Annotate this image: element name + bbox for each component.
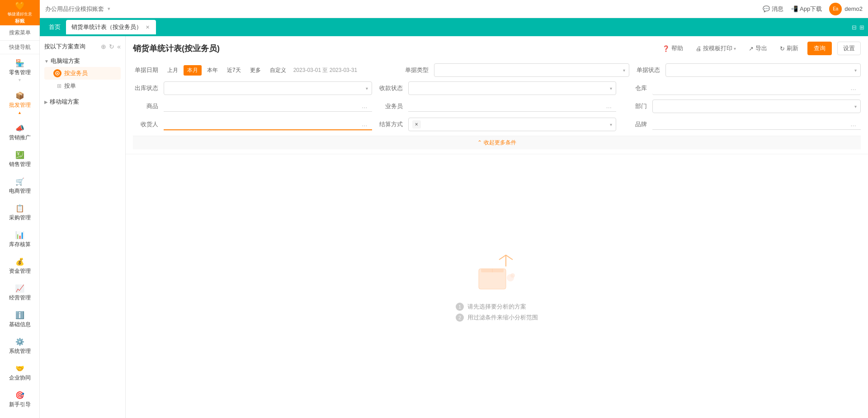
goods-dots[interactable]: … [362,103,368,109]
sidebar-item-label: 采购管理 [9,214,31,222]
sidebar-item-finance[interactable]: 💰 资金管理 [0,253,39,280]
settings-label: 设置 [843,44,855,52]
refresh-icon: ↻ [780,45,785,52]
schema-group-desktop-title[interactable]: ▼ 电脑端方案 [44,55,121,67]
schema-panel: 按以下方案查询 ⊕ ↻ « ▼ 电脑端方案 按业务员 [40,36,126,418]
schema-add-icon[interactable]: ⊕ [101,43,106,50]
print-icon: 🖨 [696,45,702,52]
date-tab-more[interactable]: 更多 [246,65,264,76]
export-icon: ↗ [749,45,754,52]
page-actions: ❓ 帮助 🖨 按模板打印 ▾ ↗ 导出 ↻ 刷新 [659,42,861,55]
filter-row-1: 单据日期 上月 本月 本年 近7天 更多 自定义 2023-03-01 至 20… [133,63,861,77]
settlement-chevron: ▾ [610,122,612,127]
collapse-icon: ⌃ [477,139,483,146]
tab-home[interactable]: 首页 [43,20,66,34]
app-download-button[interactable]: 📲 App下载 [791,5,822,13]
doc-status-control: ▾ [665,63,861,77]
warehouse-select[interactable]: … [652,81,861,95]
collapse-button[interactable]: ⌃ 收起更多条件 [133,136,861,149]
sidebar-item-enterprise[interactable]: 🤝 企业协同 [0,360,39,386]
schema-sub-label: 按单 [64,82,76,90]
dept-select[interactable]: ▾ [652,100,861,113]
tab-maximize-icon[interactable]: ⊞ [859,24,864,31]
sidebar: 🧡 畅捷通好生意 标账 搜索菜单 快捷导航 🏪 零售管理 ▼ 📦 批发管理 ▲ … [0,0,40,418]
brand-dots[interactable]: … [850,121,857,128]
export-button[interactable]: ↗ 导出 [745,43,771,54]
sidebar-item-wholesale[interactable]: 📦 批发管理 ▲ [0,87,39,119]
date-tab-last-month[interactable]: 上月 [164,65,182,76]
sidebar-item-operation[interactable]: 📈 经营管理 [0,280,39,306]
operation-icon: 📈 [15,284,24,293]
sidebar-item-newbie[interactable]: 🎯 新手引导 [0,386,39,413]
app-logo[interactable]: 🧡 畅捷通好生意 标账 [0,0,40,25]
tab-report[interactable]: 销货单统计表（按业务员） ✕ [66,20,156,34]
sidebar-item-label: 批发管理 [9,101,31,109]
doc-type-select[interactable]: ▾ [434,63,629,77]
group-chevron-icon: ▼ [44,59,49,64]
schema-collapse-icon[interactable]: « [117,43,121,50]
out-status-select[interactable]: ▾ [164,81,372,95]
topbar-actions: 💬 消息 📲 App下载 Ea demo2 [763,3,863,15]
wholesale-icon: 📦 [15,91,24,100]
sidebar-item-ecommerce[interactable]: 🛒 电商管理 [0,173,39,200]
warehouse-control: … [652,81,861,95]
sidebar-item-label: 库存核算 [9,241,31,248]
schema-item-icon [53,69,61,77]
refresh-label: 刷新 [787,44,798,52]
message-button[interactable]: 💬 消息 [763,5,783,13]
sidebar-item-inventory[interactable]: 📊 库存核算 [0,226,39,253]
sidebar-search[interactable]: 搜索菜单 [0,25,39,41]
schema-refresh-icon[interactable]: ↻ [109,43,114,50]
empty-illustration [470,251,524,297]
consignee-label: 收货人 [133,120,158,128]
date-tab-this-year[interactable]: 本年 [203,65,222,76]
print-button[interactable]: 🖨 按模板打印 ▾ [692,43,740,54]
schema-item-by-salesperson[interactable]: 按业务员 [44,67,121,80]
print-label: 按模板打印 [703,44,732,52]
help-button[interactable]: ❓ 帮助 [659,43,687,54]
salesperson-dots[interactable]: … [606,103,613,109]
schema-header-icons: ⊕ ↻ « [101,43,121,50]
sidebar-item-system[interactable]: ⚙️ 系统管理 [0,333,39,360]
retail-arrow: ▼ [18,78,22,82]
schema-group-mobile-title[interactable]: ▶ 移动端方案 [44,96,121,108]
tab-close-button[interactable]: ✕ [145,24,151,31]
dept-label: 部门 [622,102,647,110]
receipt-status-select[interactable]: ▾ [408,81,617,95]
settlement-select[interactable]: × ▾ [408,118,617,131]
tabbar: 首页 销货单统计表（按业务员） ✕ ⊟ ⊞ [40,18,868,36]
sidebar-quick-nav[interactable]: 快捷导航 [0,41,39,54]
consignee-dots[interactable]: … [362,121,368,128]
tab-minimize-icon[interactable]: ⊟ [852,24,857,31]
settlement-control: × ▾ [408,118,617,131]
logo-icon: 🧡 [15,1,25,11]
sidebar-item-appstore[interactable]: 📱 应用中心 [0,413,39,418]
date-tabs: 上月 本月 本年 近7天 更多 自定义 2023-03-01 至 2023-03… [164,65,357,76]
out-status-label: 出库状态 [133,84,158,92]
settings-button[interactable]: 设置 [837,42,861,55]
topbar-dropdown-icon[interactable]: ▾ [108,6,110,12]
message-label: 消息 [772,5,783,13]
tab-home-label: 首页 [49,23,61,31]
brand-label: 品牌 [622,120,647,128]
sidebar-item-basic[interactable]: ℹ️ 基础信息 [0,306,39,333]
schema-item-by-order[interactable]: ⊞ 按单 [44,80,121,92]
doc-status-select[interactable]: ▾ [665,63,861,77]
sidebar-item-label: 新手引导 [9,401,31,408]
sidebar-item-retail[interactable]: 🏪 零售管理 ▼ [0,54,39,87]
settlement-tag-value: × [415,121,418,128]
user-info[interactable]: Ea demo2 [829,3,863,15]
query-button[interactable]: 查询 [807,42,832,55]
sidebar-item-label: 销售管理 [9,161,31,168]
finance-icon: 💰 [15,257,24,266]
warehouse-dots[interactable]: … [850,85,857,91]
sidebar-item-sales[interactable]: 💹 销售管理 [0,146,39,173]
sidebar-item-marketing[interactable]: 📣 营销推广 [0,119,39,146]
sidebar-item-purchase[interactable]: 📋 采购管理 [0,200,39,226]
date-tab-7days[interactable]: 近7天 [223,65,245,76]
date-tab-this-month[interactable]: 本月 [184,65,202,76]
date-tab-custom[interactable]: 自定义 [266,65,290,76]
print-dropdown-icon[interactable]: ▾ [734,46,736,51]
app-download-label: App下载 [800,5,822,13]
refresh-button[interactable]: ↻ 刷新 [776,43,802,54]
